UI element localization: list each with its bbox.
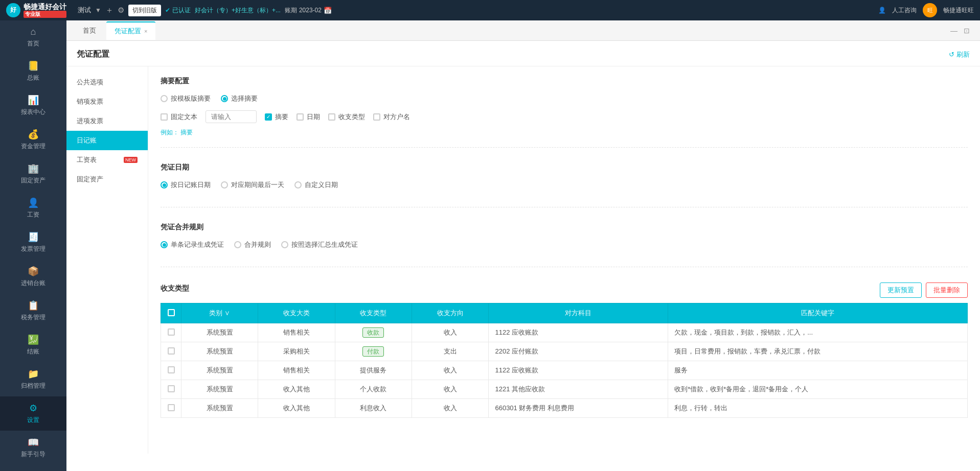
sidebar-item-guide[interactable]: 📖 新手引导 xyxy=(0,431,66,465)
checkbox-fixed-text[interactable]: 固定文本 xyxy=(161,112,197,122)
checkbox-date[interactable]: 日期 xyxy=(297,112,320,122)
radio-single-record-circle xyxy=(161,241,168,248)
row-checkbox-1[interactable] xyxy=(161,342,181,361)
left-nav-item-payroll-table[interactable]: 工资表 NEW xyxy=(66,150,148,170)
sidebar-item-payroll[interactable]: 👤 工资 xyxy=(0,191,66,225)
row-type-1: 付款 xyxy=(335,342,412,361)
row-checkbox-0[interactable] xyxy=(161,323,181,342)
radio-select-summary[interactable]: 选择摘要 xyxy=(221,94,258,103)
sidebar-item-tax[interactable]: 📋 税务管理 xyxy=(0,294,66,328)
row-checkbox-2[interactable] xyxy=(161,361,181,380)
consult-label[interactable]: 人工咨询 xyxy=(892,6,917,15)
minimize-button[interactable]: — xyxy=(948,25,960,37)
sidebar-item-invoices[interactable]: 🧾 发票管理 xyxy=(0,225,66,260)
topbar-right: 👤 人工咨询 旺 畅捷通旺旺 xyxy=(878,3,974,17)
calendar-icon[interactable]: 📅 xyxy=(324,7,332,14)
checkbox-income-type[interactable]: 收支类型 xyxy=(328,112,365,122)
row-checkbox-3[interactable] xyxy=(161,380,181,399)
merge-radio-group: 单条记录生成凭证 合并规则 按照选择汇总生成凭证 xyxy=(161,240,968,249)
left-nav-item-public[interactable]: 公共选项 xyxy=(66,73,148,92)
table-actions: 更新预置 批量删除 xyxy=(880,282,968,298)
radio-template-circle xyxy=(161,95,168,102)
radio-period-last-day-circle xyxy=(221,181,228,189)
select-all-checkbox[interactable] xyxy=(168,309,175,316)
merge-section: 凭证合并规则 单条记录生成凭证 合并规则 xyxy=(161,223,968,267)
left-nav-item-fixed-assets-sub[interactable]: 固定资产 xyxy=(66,170,148,189)
radio-journal-date[interactable]: 按日记账日期 xyxy=(161,180,211,190)
settings-icon[interactable]: ⚙ xyxy=(118,6,124,15)
page-header: 凭证配置 ↺ 刷新 xyxy=(66,41,980,66)
row-direction-4: 收入 xyxy=(412,399,489,418)
radio-aggregate-circle xyxy=(281,241,288,248)
update-preset-button[interactable]: 更新预置 xyxy=(880,282,922,298)
sidebar-item-archive[interactable]: 📁 归档管理 xyxy=(0,362,66,396)
sidebar-item-funds[interactable]: 💰 资金管理 xyxy=(0,123,66,157)
radio-journal-date-circle xyxy=(161,181,168,189)
tab-bar: 首页 凭证配置 × — ⊡ xyxy=(66,20,980,41)
sidebar-item-settings[interactable]: ⚙ 设置 xyxy=(0,396,66,431)
row-direction-2: 收入 xyxy=(412,361,489,380)
radio-single-record[interactable]: 单条记录生成凭证 xyxy=(161,240,224,249)
income-section-header: 收支类型 更新预置 批量删除 xyxy=(161,282,968,303)
date-section: 凭证日期 按日记账日期 对应期间最后一天 xyxy=(161,163,968,207)
radio-merge-rules[interactable]: 合并规则 xyxy=(234,240,271,249)
product-tags: 好会计（专）+好生意（标）+... xyxy=(195,6,281,15)
tab-voucher-config[interactable]: 凭证配置 × xyxy=(106,21,155,40)
row-keywords-1: 项目，日常费用，报销款，车费，承兑汇票，付款 xyxy=(668,342,968,361)
summary-radio-group: 按模板版摘要 选择摘要 xyxy=(161,94,968,103)
table-header-keywords: 匹配关键字 xyxy=(668,303,968,323)
left-nav-item-sales-invoice[interactable]: 销项发票 xyxy=(66,92,148,111)
type-tag-0[interactable]: 收款 xyxy=(362,327,384,338)
reports-icon: 📊 xyxy=(28,95,39,106)
row-checkbox-box-4[interactable] xyxy=(168,404,175,411)
radio-select-circle xyxy=(221,95,228,102)
row-checkbox-box-3[interactable] xyxy=(168,385,175,392)
checkbox-counterpart[interactable]: 对方户名 xyxy=(373,112,410,122)
add-icon[interactable]: ＋ xyxy=(105,5,113,16)
income-section: 收支类型 更新预置 批量删除 xyxy=(161,282,968,428)
refresh-icon: ↺ xyxy=(949,51,954,58)
sidebar-item-reports[interactable]: 📊 报表中心 xyxy=(0,88,66,123)
sidebar-item-member[interactable]: 👑 畅会员 xyxy=(0,465,66,471)
switch-old-version-button[interactable]: 切到旧版 xyxy=(128,5,161,16)
checkbox-summary[interactable]: ✓ 摘要 xyxy=(265,112,288,122)
fixed-text-input[interactable] xyxy=(206,110,257,123)
sidebar-item-ledger[interactable]: 📒 总账 xyxy=(0,54,66,88)
batch-delete-button[interactable]: 批量删除 xyxy=(926,282,968,298)
checkbox-date-box xyxy=(297,113,304,121)
tab-home[interactable]: 首页 xyxy=(75,22,104,39)
dropdown-arrow-icon[interactable]: ▼ xyxy=(95,7,101,14)
row-checkbox-box-1[interactable] xyxy=(168,347,175,355)
summary-section-title: 摘要配置 xyxy=(161,77,968,86)
ledger-icon: 📒 xyxy=(28,60,39,72)
page-title: 凭证配置 xyxy=(77,49,109,60)
row-keywords-2: 服务 xyxy=(668,361,968,380)
topbar-center: 测试 ▼ ＋ ⚙ 切到旧版 ✔ 已认证 好会计（专）+好生意（标）+... 账期… xyxy=(78,5,873,16)
left-nav-item-purchase-invoice[interactable]: 进项发票 xyxy=(66,111,148,131)
row-checkbox-4[interactable] xyxy=(161,399,181,418)
row-checkbox-box-2[interactable] xyxy=(168,366,175,373)
table-row: 系统预置 销售相关 提供服务 收入 1122 应收账款 服务 xyxy=(161,361,968,380)
radio-period-last-day[interactable]: 对应期间最后一天 xyxy=(221,180,284,190)
avatar[interactable]: 旺 xyxy=(923,3,937,17)
left-nav-item-journal[interactable]: 日记账 xyxy=(66,131,148,150)
radio-aggregate[interactable]: 按照选择汇总生成凭证 xyxy=(281,240,358,249)
income-section-title: 收支类型 xyxy=(161,284,189,293)
income-table: 类别 ∨ 收支大类 收支类型 收支方向 对方科目 匹配关键字 xyxy=(161,303,968,418)
sidebar-item-fixed-assets[interactable]: 🏢 固定资产 xyxy=(0,157,66,191)
radio-template-summary[interactable]: 按模板版摘要 xyxy=(161,94,211,103)
table-header-major: 收支大类 xyxy=(258,303,335,323)
row-checkbox-box-0[interactable] xyxy=(168,328,175,336)
refresh-button[interactable]: ↺ 刷新 xyxy=(949,50,970,59)
table-header-checkbox[interactable] xyxy=(161,303,181,323)
table-header-direction: 收支方向 xyxy=(412,303,489,323)
table-row: 系统预置 收入其他 个人收款 收入 1221 其他应收款 收到*借款，收到*备用… xyxy=(161,380,968,399)
invoices-icon: 🧾 xyxy=(28,231,39,243)
radio-custom-date[interactable]: 自定义日期 xyxy=(294,180,338,190)
tab-close-icon[interactable]: × xyxy=(144,28,147,34)
maximize-button[interactable]: ⊡ xyxy=(962,25,972,37)
type-tag-1[interactable]: 付款 xyxy=(362,346,384,357)
sidebar-item-home[interactable]: ⌂ 首页 xyxy=(0,20,66,54)
sidebar-item-purchase-sales[interactable]: 📦 进销台账 xyxy=(0,260,66,294)
sidebar-item-close-accounts[interactable]: 💹 结账 xyxy=(0,328,66,362)
